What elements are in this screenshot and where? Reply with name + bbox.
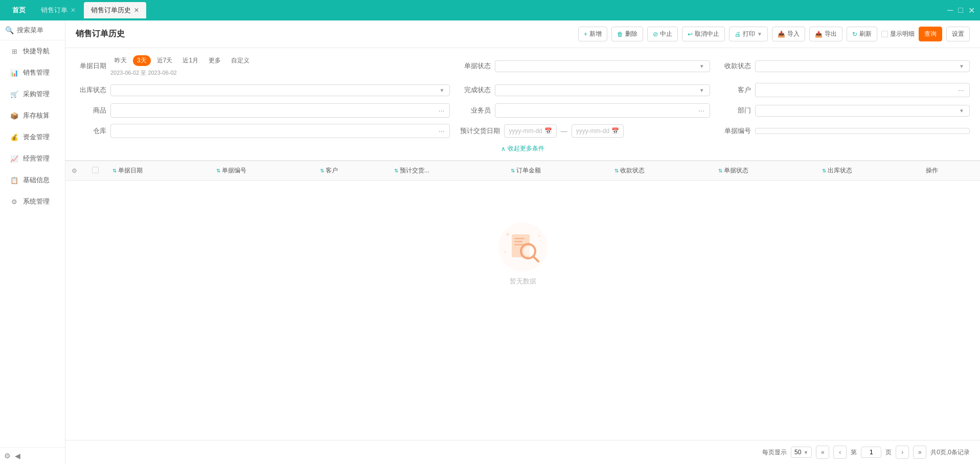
page-size-select[interactable]: 50 ▼: [791, 447, 812, 458]
th-date: ⇅ 单据日期: [106, 161, 210, 181]
cancel-stop-button[interactable]: ↩ 取消中止: [682, 27, 725, 41]
display-toggle[interactable]: 显示明细: [881, 30, 915, 38]
sidebar-item-inventory[interactable]: 📦 库存核算: [0, 105, 65, 126]
page-label: 第: [851, 448, 857, 457]
sort-expected-delivery-icon[interactable]: ⇅: [394, 168, 398, 173]
sidebar-item-sales-mgmt[interactable]: 📊 销售管理: [0, 62, 65, 83]
new-button[interactable]: + 新增: [578, 27, 607, 41]
window-controls: ─ □ ✕: [947, 6, 975, 15]
page-number-input[interactable]: [861, 447, 881, 458]
collapse-sidebar-btn[interactable]: ◀: [15, 452, 20, 460]
sort-customer-icon[interactable]: ⇅: [320, 168, 324, 173]
minimize-btn[interactable]: ─: [947, 6, 953, 15]
page-title: 销售订单历史: [76, 29, 125, 39]
export-button[interactable]: 📤 导出: [809, 27, 842, 41]
date-pill-1month[interactable]: 近1月: [178, 55, 202, 66]
filter-order-no: 单据编号: [720, 126, 970, 136]
product-select[interactable]: ···: [110, 103, 450, 118]
calendar-from-icon: 📅: [544, 127, 552, 135]
warehouse-dots-icon: ···: [439, 127, 445, 135]
date-pill-custom[interactable]: 自定义: [227, 55, 254, 66]
sales-rep-dots-icon: ···: [698, 106, 704, 115]
maximize-btn[interactable]: □: [958, 6, 963, 15]
close-btn[interactable]: ✕: [968, 6, 975, 15]
receipt-status-select[interactable]: ▼: [755, 60, 970, 72]
select-all-checkbox[interactable]: [92, 167, 99, 173]
query-button[interactable]: 查询: [919, 27, 942, 41]
collapse-filters-btn[interactable]: ∧ 收起更多条件: [76, 144, 970, 153]
delete-button[interactable]: 🗑 删除: [611, 27, 643, 41]
refresh-button[interactable]: ↻ 刷新: [847, 27, 877, 41]
sidebar-item-basic-info[interactable]: 📋 基础信息: [0, 169, 65, 191]
sort-order-amount-icon[interactable]: ⇅: [511, 168, 515, 173]
prev-page-btn[interactable]: ‹: [833, 446, 847, 459]
expected-delivery-from[interactable]: yyyy-mm-dd 📅: [504, 124, 556, 138]
customer-select[interactable]: ···: [755, 83, 970, 97]
sort-order-status-icon[interactable]: ⇅: [718, 168, 722, 173]
sidebar-item-quick-nav[interactable]: ⊞ 快捷导航: [0, 40, 65, 62]
expected-delivery-from-value: yyyy-mm-dd: [509, 127, 542, 135]
svg-point-10: [504, 251, 506, 253]
tab-sales-order-history[interactable]: 销售订单历史 ✕: [84, 2, 146, 18]
first-page-btn[interactable]: «: [816, 446, 829, 459]
date-pill-yesterday[interactable]: 昨天: [110, 55, 131, 66]
tab-home[interactable]: 首页: [5, 2, 33, 18]
sort-date-icon[interactable]: ⇅: [112, 168, 117, 173]
svg-point-9: [538, 235, 540, 237]
outbound-status-select[interactable]: ▼: [110, 84, 450, 96]
print-button[interactable]: 🖨 打印 ▼: [729, 27, 768, 41]
stop-button[interactable]: ⊘ 中止: [647, 27, 678, 41]
dept-select[interactable]: ▼: [755, 105, 970, 117]
purchase-mgmt-icon: 🛒: [10, 90, 19, 99]
date-pill-more[interactable]: 更多: [204, 55, 225, 66]
print-btn-label: 打印: [743, 30, 755, 38]
dept-arrow-icon: ▼: [959, 108, 964, 114]
next-page-icon: ›: [901, 449, 903, 456]
sys-mgmt-icon: ⚙: [10, 197, 19, 206]
operations-icon: 📈: [10, 154, 19, 163]
completion-status-select[interactable]: ▼: [495, 84, 710, 96]
th-settings: ⚙: [65, 161, 86, 181]
filter-outbound-status: 出库状态 ▼: [76, 84, 450, 96]
sidebar-item-label: 采购管理: [23, 90, 50, 99]
sidebar-bottom: ⚙ ◀: [0, 447, 65, 464]
product-dots-icon: ···: [439, 106, 445, 115]
expected-delivery-range: yyyy-mm-dd 📅 — yyyy-mm-dd 📅: [504, 124, 624, 138]
export-btn-label: 导出: [825, 30, 837, 38]
filter-order-status: 单据状态 ▼: [460, 60, 710, 72]
prev-page-icon: ‹: [839, 449, 841, 456]
warehouse-select[interactable]: ···: [110, 124, 450, 138]
sort-order-no-icon[interactable]: ⇅: [216, 168, 220, 173]
sidebar-item-purchase-mgmt[interactable]: 🛒 采购管理: [0, 83, 65, 105]
column-settings-icon[interactable]: ⚙: [72, 167, 77, 174]
customer-dots-icon: ···: [958, 86, 964, 94]
sidebar-search-label: 搜索菜单: [17, 26, 43, 35]
empty-state-cell: 暂无数据: [65, 181, 980, 327]
date-pill-7days[interactable]: 近7天: [153, 55, 177, 66]
sales-rep-select[interactable]: ···: [495, 103, 710, 118]
expected-delivery-to[interactable]: yyyy-mm-dd 📅: [572, 124, 624, 138]
tab-sales-order[interactable]: 销售订单 ✕: [34, 2, 83, 18]
close-sales-order-history-tab[interactable]: ✕: [134, 7, 139, 14]
next-page-btn[interactable]: ›: [896, 446, 909, 459]
settings-button[interactable]: 设置: [946, 27, 970, 41]
display-toggle-checkbox[interactable]: [881, 31, 888, 37]
order-status-arrow-icon: ▼: [699, 63, 704, 69]
sidebar-search[interactable]: 🔍 搜索菜单: [0, 20, 65, 40]
sort-outbound-status-icon[interactable]: ⇅: [822, 168, 826, 173]
sidebar-item-operations[interactable]: 📈 经营管理: [0, 148, 65, 169]
last-page-btn[interactable]: »: [913, 446, 926, 459]
order-status-select[interactable]: ▼: [495, 60, 710, 72]
import-button[interactable]: 📥 导入: [772, 27, 805, 41]
sort-receipt-status-icon[interactable]: ⇅: [614, 168, 619, 173]
settings-bottom-btn[interactable]: ⚙: [4, 452, 11, 460]
date-pill-3days[interactable]: 3天: [133, 55, 151, 66]
filter-receipt-status: 收款状态 ▼: [720, 60, 970, 72]
sidebar-item-sys-mgmt[interactable]: ⚙ 系统管理: [0, 191, 65, 212]
sidebar-item-label: 快捷导航: [23, 47, 50, 56]
sidebar-item-finance[interactable]: 💰 资金管理: [0, 126, 65, 148]
inventory-icon: 📦: [10, 111, 19, 120]
close-sales-order-tab[interactable]: ✕: [71, 7, 76, 14]
order-no-input[interactable]: [755, 128, 970, 134]
filter-sales-rep: 业务员 ···: [460, 103, 710, 118]
